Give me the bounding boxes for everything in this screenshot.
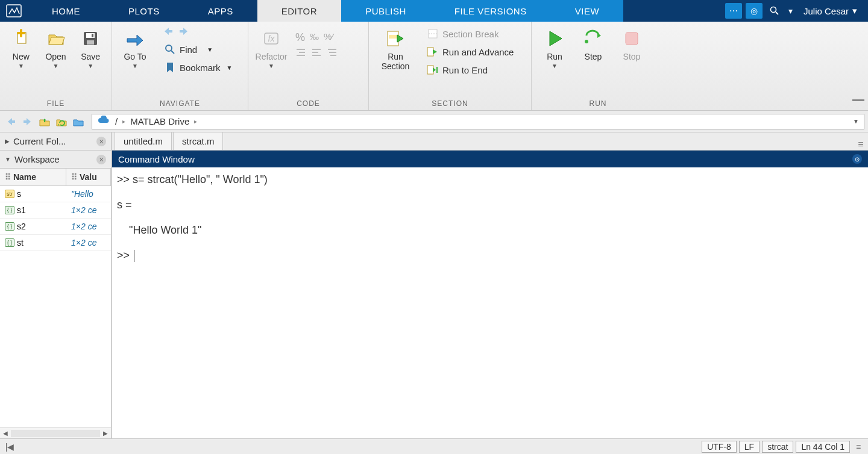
tab-file-versions[interactable]: FILE VERSIONS	[430, 0, 551, 22]
breadcrumb-drive[interactable]: MATLAB Drive	[130, 116, 189, 126]
ribbon-group-run: Run ▼ Step Stop RUN	[532, 22, 664, 110]
breadcrumb-root[interactable]: /	[115, 116, 118, 126]
ribbon-toolbar: New ▼ Open ▼ Save ▼ FILE Go To ▼	[0, 22, 868, 111]
close-icon[interactable]: ⊙	[852, 154, 862, 164]
col-value[interactable]: ⠿ Valu	[66, 169, 111, 185]
tab-menu-icon[interactable]: ≡	[854, 139, 868, 150]
editor-tab-untitled[interactable]: untitled.m	[115, 132, 172, 150]
search-icon[interactable]	[766, 3, 783, 19]
chevron-right-icon: ▸	[194, 118, 197, 125]
indent-icon	[295, 48, 306, 60]
user-name: Julio Cesar	[804, 6, 849, 16]
browse-folder-icon[interactable]	[71, 114, 86, 129]
workspace-label: Workspace	[14, 154, 60, 164]
new-button[interactable]: New ▼	[5, 25, 37, 72]
current-folder-panel-header[interactable]: ▶ Current Fol... ⨯	[0, 132, 111, 151]
status-cursor-position[interactable]: Ln 44 Col 1	[796, 441, 850, 453]
stop-button: Stop	[614, 25, 650, 64]
status-function[interactable]: strcat	[762, 441, 793, 453]
tab-plots[interactable]: PLOTS	[104, 0, 184, 22]
status-encoding[interactable]: UTF-8	[702, 441, 737, 453]
table-row[interactable]: { }s21×2 ce	[0, 219, 111, 235]
cell-var-icon: { }	[5, 206, 14, 214]
step-icon	[582, 28, 604, 49]
command-window-content: >> s= strcat("Hello", " World 1") s = "H…	[117, 173, 268, 261]
chevron-down-icon: ▼	[5, 156, 11, 163]
svg-rect-0	[7, 5, 21, 17]
run-to-end-button[interactable]: Run to End	[423, 61, 517, 78]
save-button[interactable]: Save ▼	[74, 25, 107, 72]
status-menu-icon[interactable]: ≡	[852, 442, 864, 452]
svg-rect-16	[312, 52, 318, 53]
refresh-folder-icon[interactable]	[54, 114, 69, 129]
status-eol[interactable]: LF	[739, 441, 760, 453]
tab-view[interactable]: VIEW	[551, 0, 623, 22]
close-icon[interactable]: ⨯	[96, 155, 106, 164]
back-arrow-icon[interactable]	[163, 26, 174, 39]
workspace-table: ⠿ Name ⠿ Valu strs"Hello{ }s11×2 ce{ }s2…	[0, 169, 111, 428]
svg-rect-13	[299, 52, 305, 53]
table-row[interactable]: strs"Hello	[0, 186, 111, 202]
minimize-ribbon-button[interactable]	[852, 99, 864, 108]
address-dropdown[interactable]: ▼	[853, 118, 859, 125]
workspace-panel-header[interactable]: ▼ Workspace ⨯	[0, 151, 111, 169]
run-to-end-icon	[427, 64, 439, 76]
close-icon[interactable]: ⨯	[96, 137, 106, 146]
svg-rect-6	[87, 40, 94, 45]
first-page-icon[interactable]: |◀	[4, 442, 16, 452]
tab-apps[interactable]: APPS	[184, 0, 257, 22]
svg-point-1	[770, 7, 776, 13]
nav-back-icon[interactable]	[4, 114, 18, 129]
tab-editor[interactable]: EDITOR	[257, 0, 341, 22]
find-button[interactable]: Find ▼	[160, 41, 236, 58]
horizontal-scrollbar[interactable]: ◀ ▶	[0, 428, 111, 438]
step-button[interactable]: Step	[575, 25, 611, 64]
scroll-right-icon[interactable]: ▶	[100, 430, 111, 437]
chevron-down-icon: ▼	[18, 63, 24, 69]
open-button[interactable]: Open ▼	[40, 25, 72, 72]
chevron-down-icon: ▼	[552, 63, 558, 69]
svg-rect-23	[429, 30, 437, 38]
ribbon-group-navigate: Go To ▼ Find ▼ Bookmark ▼	[112, 22, 248, 110]
stop-icon	[621, 28, 643, 49]
table-row[interactable]: { }s11×2 ce	[0, 202, 111, 219]
more-icon[interactable]: ⋯	[725, 3, 742, 19]
tab-home[interactable]: HOME	[28, 0, 104, 22]
run-button[interactable]: Run ▼	[536, 25, 573, 72]
col-name[interactable]: ⠿ Name	[0, 169, 66, 185]
target-icon[interactable]: ◎	[746, 3, 763, 19]
svg-rect-25	[427, 48, 433, 56]
bookmark-icon	[164, 61, 176, 73]
command-window-header: Command Window ⊙	[112, 151, 868, 167]
run-advance-icon	[427, 46, 439, 58]
chevron-down-icon: ▼	[268, 63, 274, 69]
run-and-advance-button[interactable]: Run and Advance	[423, 43, 517, 60]
chevron-down-icon: ▼	[227, 64, 233, 71]
ribbon-group-code: fx Refactor ▼ % ‰ %⁄ CODE	[248, 22, 369, 110]
chevron-down-icon: ▾	[852, 5, 857, 16]
menu-bar: HOME PLOTS APPS EDITOR PUBLISH FILE VERS…	[0, 0, 868, 22]
search-dropdown[interactable]: ▾	[787, 3, 795, 19]
address-input[interactable]: / ▸ MATLAB Drive ▸ ▼	[92, 114, 864, 129]
nav-forward-icon[interactable]	[20, 114, 35, 129]
var-name: s2	[17, 222, 26, 231]
user-menu[interactable]: Julio Cesar ▾	[799, 5, 862, 16]
scroll-left-icon[interactable]: ◀	[0, 430, 11, 437]
command-window[interactable]: >> s= strcat("Hello", " World 1") s = "H…	[112, 167, 868, 438]
status-bar: |◀ UTF-8 LF strcat Ln 44 Col 1 ≡	[0, 438, 868, 454]
ribbon-group-file: New ▼ Open ▼ Save ▼ FILE	[0, 22, 112, 110]
address-bar: / ▸ MATLAB Drive ▸ ▼	[0, 111, 868, 132]
var-name: s1	[17, 205, 26, 215]
chevron-right-icon: ▶	[5, 138, 10, 145]
up-folder-icon[interactable]	[37, 114, 52, 129]
tab-publish[interactable]: PUBLISH	[341, 0, 430, 22]
chevron-down-icon: ▼	[132, 63, 138, 69]
forward-arrow-icon[interactable]	[178, 26, 189, 39]
table-row[interactable]: { }st1×2 ce	[0, 235, 111, 251]
editor-tab-strcat[interactable]: strcat.m	[173, 132, 223, 150]
goto-button[interactable]: Go To ▼	[117, 25, 153, 72]
bookmark-button[interactable]: Bookmark ▼	[160, 59, 236, 76]
run-section-button[interactable]: Run Section	[374, 25, 417, 73]
svg-point-8	[166, 45, 172, 51]
table-header: ⠿ Name ⠿ Valu	[0, 169, 111, 186]
